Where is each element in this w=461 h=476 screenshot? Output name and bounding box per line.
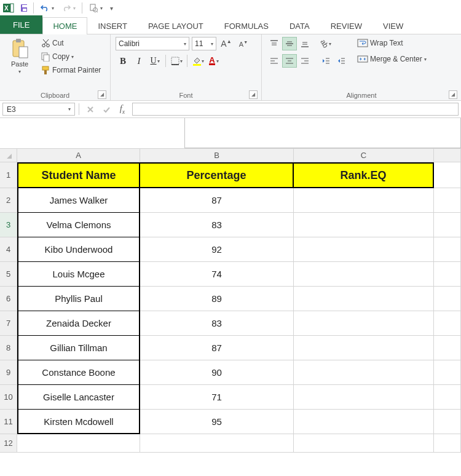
print-preview-button[interactable]: ▾ [86,2,105,14]
cell-C3[interactable] [294,213,434,237]
font-launcher[interactable]: ◢ [249,90,258,99]
cell-C6[interactable] [294,287,434,311]
cell-A1[interactable]: Student Name [17,162,140,188]
cell-D7[interactable] [434,311,461,336]
borders-button[interactable]: ▾ [169,54,184,68]
cell-D6[interactable] [434,287,461,311]
col-header-D[interactable] [434,149,461,162]
cell-A7[interactable]: Zenaida Decker [17,311,140,336]
cell-B5[interactable]: 74 [140,262,294,287]
cell-C10[interactable] [294,385,434,410]
cell-B6[interactable]: 89 [140,287,294,311]
cell-B9[interactable]: 90 [140,360,294,385]
row-header-6[interactable]: 6 [0,287,17,311]
cell-C12[interactable] [294,434,434,453]
copy-button[interactable]: Copy▾ [38,50,103,63]
cell-C2[interactable] [294,188,434,213]
formula-bar-expanded-area[interactable] [184,118,461,148]
font-name-combo[interactable]: Calibri▾ [116,37,189,50]
enter-formula-button[interactable] [99,103,114,116]
row-header-8[interactable]: 8 [0,336,17,360]
decrease-font-button[interactable]: A▼ [236,37,251,50]
cell-A11[interactable]: Kirsten Mcdowell [17,410,140,434]
cell-C5[interactable] [294,262,434,287]
cell-B8[interactable]: 87 [140,336,294,360]
cell-C1[interactable]: Rank.EQ [294,162,434,188]
underline-button[interactable]: U▾ [148,54,162,68]
cancel-formula-button[interactable] [83,103,98,116]
row-header-5[interactable]: 5 [0,262,17,287]
cell-D2[interactable] [434,188,461,213]
col-header-C[interactable]: C [294,149,434,162]
tab-review[interactable]: REVIEW [320,17,372,34]
cell-B1[interactable]: Percentage [140,162,294,188]
cell-A5[interactable]: Louis Mcgee [17,262,140,287]
cell-A3[interactable]: Velma Clemons [17,213,140,237]
cell-D8[interactable] [434,336,461,360]
cell-B11[interactable]: 95 [140,410,294,434]
merge-center-button[interactable]: Merge & Center▾ [355,53,441,65]
row-header-2[interactable]: 2 [0,188,17,213]
tab-page-layout[interactable]: PAGE LAYOUT [138,17,214,34]
cell-A6[interactable]: Phyllis Paul [17,287,140,311]
cell-D12[interactable] [434,434,461,453]
undo-button[interactable]: ▾ [37,2,57,14]
tab-file[interactable]: FILE [0,15,42,34]
tab-insert[interactable]: INSERT [87,17,137,34]
save-icon[interactable] [17,2,30,14]
formula-bar-input[interactable] [132,103,459,116]
row-header-1[interactable]: 1 [0,162,17,188]
cell-A4[interactable]: Kibo Underwood [17,237,140,262]
cell-D9[interactable] [434,360,461,385]
bold-button[interactable]: B [116,54,130,68]
tab-home[interactable]: HOME [42,17,87,34]
clipboard-launcher[interactable]: ◢ [98,90,106,99]
paste-button[interactable]: Paste ▾ [5,37,34,76]
tab-formulas[interactable]: FORMULAS [214,17,279,34]
font-size-combo[interactable]: 11▾ [192,37,216,50]
select-all-corner[interactable] [0,149,17,162]
cell-C11[interactable] [294,410,434,434]
row-header-3[interactable]: 3 [0,213,17,237]
col-header-A[interactable]: A [17,149,140,162]
name-box[interactable]: E3 ▾ [2,103,75,116]
cell-A12[interactable] [17,434,140,453]
row-header-9[interactable]: 9 [0,360,17,385]
cell-A9[interactable]: Constance Boone [17,360,140,385]
fill-color-button[interactable]: ▾ [191,54,205,68]
orientation-button[interactable]: ab▾ [318,37,333,50]
italic-button[interactable]: I [132,54,146,68]
cell-C4[interactable] [294,237,434,262]
cell-B7[interactable]: 83 [140,311,294,336]
row-header-12[interactable]: 12 [0,434,17,453]
cell-B3[interactable]: 83 [140,213,294,237]
insert-function-button[interactable]: fx [115,103,130,116]
increase-indent-button[interactable] [334,54,349,68]
cell-D11[interactable] [434,410,461,434]
increase-font-button[interactable]: A▲ [219,37,234,50]
align-bottom-button[interactable] [297,37,312,50]
cell-D5[interactable] [434,262,461,287]
format-painter-button[interactable]: Format Painter [38,64,103,76]
cut-button[interactable]: Cut [38,37,103,49]
cell-B2[interactable]: 87 [140,188,294,213]
cell-B12[interactable] [140,434,294,453]
customize-qat-button[interactable]: ▾ [108,4,116,13]
cell-B4[interactable]: 92 [140,237,294,262]
cell-C9[interactable] [294,360,434,385]
align-right-button[interactable] [297,54,312,68]
cell-D1[interactable] [434,162,461,188]
align-middle-button[interactable] [282,37,297,50]
font-color-button[interactable]: A▾ [207,54,221,68]
spreadsheet-grid[interactable]: A B C 1 Student Name Percentage Rank.EQ … [0,149,461,453]
row-header-7[interactable]: 7 [0,311,17,336]
alignment-launcher[interactable]: ◢ [449,90,457,99]
align-top-button[interactable] [267,37,282,50]
tab-data[interactable]: DATA [279,17,320,34]
cell-A10[interactable]: Giselle Lancaster [17,385,140,410]
redo-button[interactable]: ▾ [59,2,78,14]
col-header-B[interactable]: B [140,149,294,162]
cell-A8[interactable]: Gillian Tillman [17,336,140,360]
wrap-text-button[interactable]: Wrap Text [355,37,435,49]
cell-D3[interactable] [434,213,461,237]
